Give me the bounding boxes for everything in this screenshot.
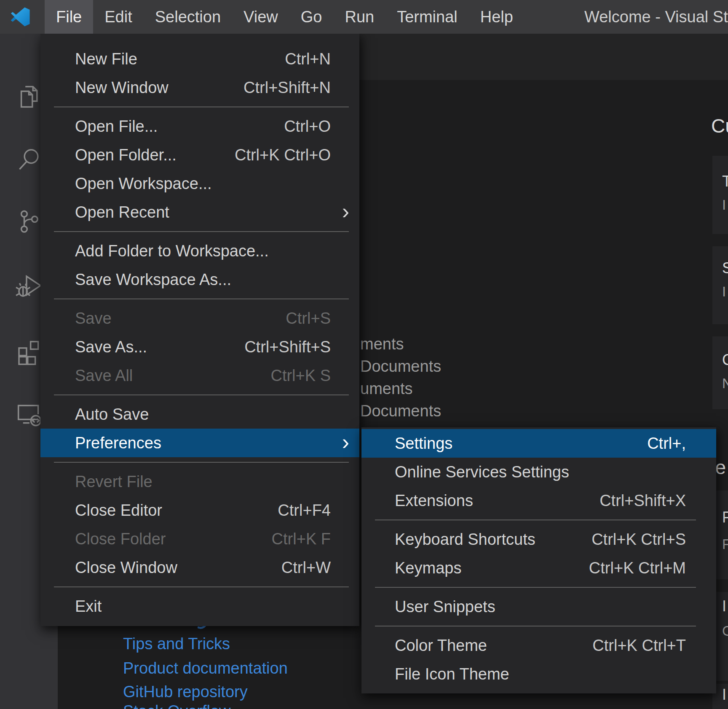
card-title-fragment: I [722, 597, 726, 615]
card-desc-fragment: C [722, 623, 728, 639]
menu-item-label: Close Editor [75, 501, 162, 520]
menu-item-label: New File [75, 50, 137, 68]
search-icon[interactable] [14, 145, 43, 174]
link-stack-overflow[interactable]: Stack Overflow [123, 702, 231, 709]
customize-heading-fragment: Cu [711, 115, 728, 137]
card-desc-fragment: N [722, 376, 728, 392]
menu-item-shortcut: Ctrl+W [281, 559, 331, 577]
link-github-repository[interactable]: GitHub repository [123, 683, 248, 701]
menu-item-keymaps[interactable]: KeymapsCtrl+K Ctrl+M [361, 554, 716, 582]
menu-item-preferences[interactable]: Preferences› [40, 429, 359, 457]
link-product-documentation[interactable]: Product documentation [123, 659, 288, 677]
menu-item-label: Extensions [395, 492, 473, 510]
menu-item-shortcut: Ctrl+K Ctrl+S [592, 530, 686, 549]
menu-item-shortcut: Ctrl+Shift+N [244, 79, 331, 97]
menubar-item-file[interactable]: File [45, 0, 93, 34]
menu-item-shortcut: Ctrl+, [647, 434, 686, 453]
card-desc-fragment: I [722, 197, 726, 213]
menu-item-label: Color Theme [395, 637, 487, 655]
menu-item-shortcut: Ctrl+Shift+X [600, 492, 686, 510]
menu-item-open-workspace[interactable]: Open Workspace... [40, 169, 359, 198]
menu-item-label: Add Folder to Workspace... [75, 242, 269, 260]
welcome-card[interactable]: T I [712, 156, 728, 234]
menu-item-exit[interactable]: Exit [40, 592, 359, 621]
menu-item-label: Keymaps [395, 559, 461, 577]
menu-separator [361, 515, 716, 525]
menu-item-label: Open File... [75, 117, 158, 136]
menu-item-file-icon-theme[interactable]: File Icon Theme [361, 660, 716, 688]
menu-item-shortcut: Ctrl+K Ctrl+O [235, 146, 331, 164]
menu-item-color-theme[interactable]: Color ThemeCtrl+K Ctrl+T [361, 631, 716, 660]
file-menu-dropdown: New FileCtrl+NNew WindowCtrl+Shift+NOpen… [40, 34, 359, 626]
menu-item-settings[interactable]: SettingsCtrl+, [361, 429, 716, 458]
run-and-debug-icon[interactable] [14, 273, 43, 302]
menu-item-new-file[interactable]: New FileCtrl+N [40, 45, 359, 73]
menu-item-shortcut: Ctrl+K Ctrl+T [592, 637, 686, 655]
menu-item-add-folder-to-workspace[interactable]: Add Folder to Workspace... [40, 237, 359, 265]
menu-item-online-services-settings[interactable]: Online Services Settings [361, 458, 716, 486]
source-control-icon[interactable] [14, 208, 43, 237]
welcome-card[interactable]: S I [712, 246, 728, 324]
recent-entry-fragment: uments [360, 380, 413, 398]
menu-separator [40, 227, 359, 237]
menu-item-extensions[interactable]: ExtensionsCtrl+Shift+X [361, 486, 716, 515]
menu-item-shortcut: Ctrl+K Ctrl+M [589, 559, 686, 577]
explorer-icon[interactable] [14, 83, 43, 112]
menu-item-shortcut: Ctrl+F4 [278, 501, 331, 520]
recent-entry-fragment: Documents [360, 402, 441, 420]
menu-item-label: Revert File [75, 473, 153, 491]
menu-item-open-folder[interactable]: Open Folder...Ctrl+K Ctrl+O [40, 141, 359, 169]
menu-item-label: Settings [395, 434, 452, 453]
recent-entry-fragment: Documents [360, 357, 441, 376]
menu-item-label: File Icon Theme [395, 665, 509, 683]
menubar-item-terminal[interactable]: Terminal [385, 0, 469, 34]
menu-item-keyboard-shortcuts[interactable]: Keyboard ShortcutsCtrl+K Ctrl+S [361, 525, 716, 554]
menubar-item-run[interactable]: Run [333, 0, 385, 34]
menu-item-label: Save Workspace As... [75, 271, 231, 289]
menu-item-label: New Window [75, 79, 169, 97]
menu-item-label: Close Window [75, 559, 177, 577]
menu-item-label: Preferences [75, 434, 161, 452]
menu-item-label: Save All [75, 367, 133, 385]
menu-item-revert-file: Revert File [40, 467, 359, 496]
menu-item-open-recent[interactable]: Open Recent› [40, 198, 359, 227]
menubar-item-view[interactable]: View [232, 0, 289, 34]
menu-item-label: Exit [75, 597, 102, 616]
menubar-item-help[interactable]: Help [469, 0, 525, 34]
menubar-item-edit[interactable]: Edit [93, 0, 143, 34]
remote-explorer-icon[interactable] [14, 399, 43, 428]
menu-item-save-workspace-as[interactable]: Save Workspace As... [40, 265, 359, 294]
menubar-item-go[interactable]: Go [289, 0, 334, 34]
menu-separator [40, 390, 359, 400]
menu-item-user-snippets[interactable]: User Snippets [361, 592, 716, 621]
menu-item-shortcut: Ctrl+K S [270, 367, 331, 385]
menu-item-label: Close Folder [75, 530, 166, 548]
recent-entry-fragment: ments [360, 335, 404, 353]
submenu-chevron-icon: › [342, 431, 349, 453]
welcome-card[interactable]: C N [712, 336, 728, 409]
menu-item-label: Keyboard Shortcuts [395, 530, 535, 549]
menu-item-label: Save As... [75, 338, 147, 356]
menu-item-save-as[interactable]: Save As...Ctrl+Shift+S [40, 333, 359, 361]
menu-item-shortcut: Ctrl+Shift+S [244, 338, 331, 356]
menu-item-label: Open Recent [75, 203, 169, 221]
menu-separator [361, 621, 716, 631]
submenu-chevron-icon: › [342, 200, 349, 222]
menubar-item-selection[interactable]: Selection [144, 0, 232, 34]
menu-item-close-folder: Close FolderCtrl+K F [40, 525, 359, 553]
menu-separator [361, 582, 716, 592]
menu-item-open-file[interactable]: Open File...Ctrl+O [40, 112, 359, 141]
menu-item-label: Save [75, 309, 112, 328]
menu-item-auto-save[interactable]: Auto Save [40, 400, 359, 429]
card-title-fragment: S [722, 259, 728, 277]
extensions-icon[interactable] [14, 336, 43, 365]
menu-item-close-window[interactable]: Close WindowCtrl+W [40, 553, 359, 582]
menu-item-new-window[interactable]: New WindowCtrl+Shift+N [40, 73, 359, 102]
menu-item-close-editor[interactable]: Close EditorCtrl+F4 [40, 496, 359, 525]
link-tips-and-tricks[interactable]: Tips and Tricks [123, 635, 230, 653]
menu-item-label: Online Services Settings [395, 463, 569, 481]
preferences-submenu: SettingsCtrl+,Online Services SettingsEx… [361, 427, 716, 693]
menu-bar: FileEditSelectionViewGoRunTerminalHelp [45, 0, 525, 34]
card-desc-fragment: I [722, 284, 726, 300]
menu-item-shortcut: Ctrl+N [285, 50, 331, 68]
